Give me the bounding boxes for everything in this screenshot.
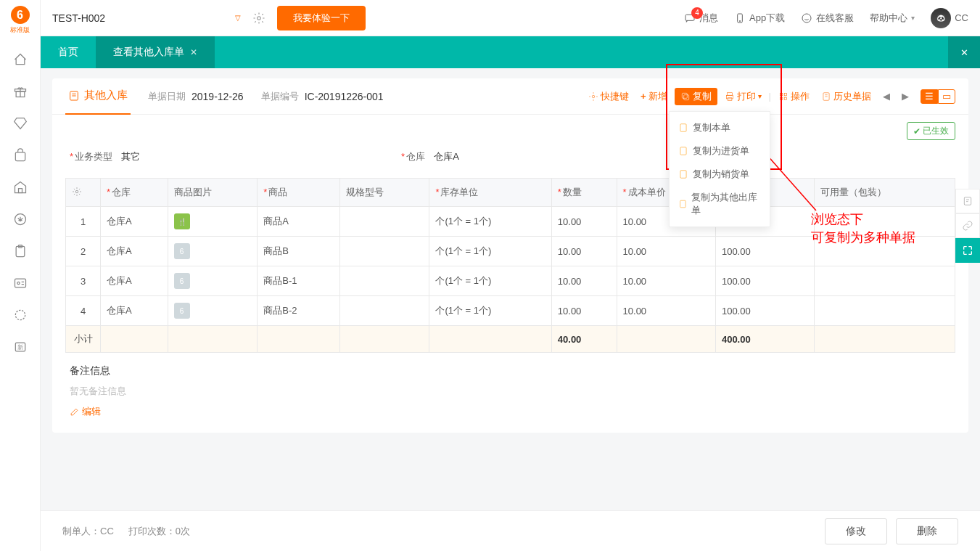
help-center-link[interactable]: 帮助中心 ▾	[870, 12, 915, 25]
nav-clipboard-icon[interactable]	[0, 235, 41, 267]
svg-rect-30	[780, 97, 783, 100]
nav-diamond-icon[interactable]	[0, 107, 41, 139]
tab-home[interactable]: 首页	[41, 36, 96, 68]
table-row[interactable]: 1 仓库A 🍴 商品A 个(1个 = 1个) 10.00 10.00 100.0…	[66, 207, 955, 237]
svg-point-8	[17, 282, 19, 284]
logo-icon: 6	[11, 6, 30, 24]
biz-type-field: *业务类型 其它	[70, 150, 140, 163]
number-value: IC-20191226-001	[305, 91, 384, 102]
svg-rect-31	[784, 97, 787, 100]
print-count-info: 打印次数：0次	[128, 525, 190, 538]
modify-button[interactable]: 修改	[825, 518, 887, 544]
table-row[interactable]: 2 仓库A 6 商品B 个(1个 = 1个) 10.00 10.00 100.0…	[66, 237, 955, 266]
copy-other-out-item[interactable]: 复制为其他出库单	[670, 186, 770, 222]
col-qty: *数量	[551, 179, 617, 207]
table-settings-icon[interactable]	[66, 179, 101, 207]
nav-warehouse-icon[interactable]	[0, 171, 41, 203]
float-note-icon[interactable]	[955, 189, 980, 213]
number-label: 单据编号	[261, 90, 299, 103]
copy-purchase-item[interactable]: 复制为进货单	[670, 139, 770, 163]
float-expand-icon[interactable]	[955, 238, 980, 263]
svg-rect-29	[784, 93, 787, 95]
left-sidebar: 6 标准版 新	[0, 0, 41, 551]
messages-link[interactable]: 消息 4	[684, 12, 718, 25]
status-badge: ✔已生效	[907, 122, 955, 140]
top-header: TEST-H002 ▽ 我要体验一下 消息 4 App下载 在线客服	[41, 0, 980, 36]
username: CC	[955, 12, 968, 23]
items-table: *仓库 商品图片 *商品 规格型号 *库存单位 *数量 *成本单价 *成本金额 …	[65, 178, 955, 353]
svg-rect-7	[15, 279, 25, 287]
chevron-down-icon: ▽	[235, 14, 241, 22]
svg-rect-21	[680, 123, 686, 131]
shortcut-button[interactable]: 快捷键	[584, 87, 633, 106]
col-image: 商品图片	[168, 179, 258, 207]
prev-button[interactable]: ◀	[878, 88, 894, 105]
list-view-icon[interactable]: ☰	[921, 89, 938, 104]
svg-rect-20	[682, 93, 687, 98]
nav-money-icon[interactable]	[0, 203, 41, 235]
svg-rect-34	[964, 197, 971, 205]
nav-id-icon[interactable]	[0, 267, 41, 299]
float-link-icon[interactable]	[955, 213, 980, 238]
history-button[interactable]: 历史单据	[817, 87, 876, 106]
online-service-link[interactable]: 在线客服	[801, 12, 854, 25]
next-button[interactable]: ▶	[897, 88, 913, 105]
col-warehouse: *仓库	[101, 179, 168, 207]
warehouse-field: *仓库 仓库A	[401, 150, 459, 163]
col-unit: *库存单位	[429, 179, 551, 207]
svg-point-15	[739, 20, 740, 21]
svg-rect-28	[780, 93, 783, 95]
doc-title: 其他入库	[65, 78, 131, 115]
logo-text: 标准版	[10, 25, 30, 35]
close-all-tabs[interactable]: ✕	[948, 36, 980, 68]
close-icon[interactable]: ✕	[190, 47, 197, 57]
settings-icon[interactable]	[252, 12, 265, 25]
tabs-bar: 首页 查看其他入库单 ✕ ✕	[41, 36, 980, 68]
try-button[interactable]: 我要体验一下	[277, 6, 366, 30]
svg-rect-23	[680, 170, 686, 178]
nav-bag-icon[interactable]	[0, 139, 41, 171]
nav-sync-icon[interactable]	[0, 299, 41, 331]
edit-remarks-button[interactable]: 编辑	[70, 405, 951, 418]
col-product: *商品	[258, 179, 339, 207]
operate-button[interactable]: 操作	[774, 87, 814, 106]
subtotal-row: 小计40.00400.00	[66, 326, 955, 353]
svg-rect-2	[15, 152, 25, 161]
org-selector[interactable]: TEST-H002 ▽	[52, 12, 241, 24]
svg-rect-27	[728, 97, 732, 100]
card-view-icon[interactable]: ▭	[938, 89, 955, 104]
user-menu[interactable]: 🐼 CC	[931, 8, 968, 28]
svg-rect-24	[680, 200, 685, 208]
nav-new-icon[interactable]: 新	[0, 331, 41, 363]
messages-badge: 4	[691, 7, 703, 19]
doc-footer: 制单人：CC 打印次数：0次 修改 删除	[41, 510, 980, 551]
print-button[interactable]: 打印▾	[720, 87, 766, 106]
copy-sales-item[interactable]: 复制为销货单	[670, 163, 770, 186]
add-button[interactable]: +新增	[636, 87, 672, 106]
delete-button[interactable]: 删除	[896, 518, 958, 544]
avatar: 🐼	[931, 8, 951, 28]
table-row[interactable]: 4 仓库A 6 商品B-2 个(1个 = 1个) 10.00 10.00 100…	[66, 296, 955, 326]
org-name: TEST-H002	[52, 12, 105, 24]
nav-gift-icon[interactable]	[0, 75, 41, 107]
svg-point-16	[802, 14, 811, 23]
copy-this-item[interactable]: 复制本单	[670, 116, 770, 139]
logo: 6 标准版	[6, 6, 35, 35]
creator-info: 制单人：CC	[62, 525, 114, 538]
col-spec: 规格型号	[339, 179, 429, 207]
nav-home-icon[interactable]	[0, 44, 41, 75]
svg-rect-3	[18, 189, 22, 193]
tab-current[interactable]: 查看其他入库单 ✕	[96, 36, 215, 68]
remarks-empty: 暂无备注信息	[70, 385, 951, 398]
date-label: 单据日期	[148, 90, 186, 103]
app-download-link[interactable]: App下载	[734, 12, 785, 25]
copy-button[interactable]: 复制 复制本单 复制为进货单 复制为销货单 复制为其他出库单	[675, 88, 717, 105]
svg-rect-22	[680, 147, 686, 155]
date-value: 2019-12-26	[192, 91, 244, 102]
copy-dropdown: 复制本单 复制为进货单 复制为销货单 复制为其他出库单	[669, 111, 770, 227]
svg-rect-26	[726, 95, 733, 99]
svg-point-12	[258, 16, 261, 20]
right-float-toolbar	[955, 189, 980, 263]
table-row[interactable]: 3 仓库A 6 商品B-1 个(1个 = 1个) 10.00 10.00 100…	[66, 266, 955, 296]
remarks-title: 备注信息	[70, 364, 951, 377]
